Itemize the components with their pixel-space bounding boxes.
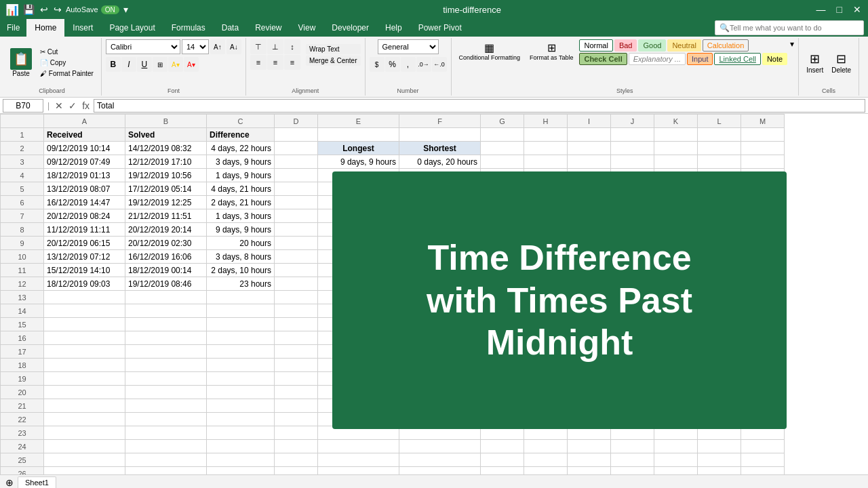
customize-qat-icon[interactable]: ▾	[122, 4, 130, 15]
cell-A20[interactable]	[44, 386, 125, 399]
cell-C6[interactable]: 2 days, 21 hours	[207, 196, 275, 209]
confirm-formula-button[interactable]: ✓	[67, 100, 78, 111]
close-icon[interactable]: ✕	[852, 4, 863, 15]
cell-A21[interactable]	[44, 399, 125, 413]
cell-D15[interactable]	[275, 318, 318, 331]
cell-B17[interactable]	[125, 345, 207, 359]
cell-D19[interactable]	[275, 372, 318, 386]
align-top-button[interactable]: ⊤	[250, 39, 267, 54]
cell-A8[interactable]: 11/12/2019 11:11	[44, 223, 125, 237]
cell-A18[interactable]	[44, 359, 125, 372]
style-bad[interactable]: Bad	[614, 39, 637, 52]
cell-A10[interactable]: 13/12/2019 07:12	[44, 250, 125, 264]
cell-E24[interactable]	[318, 440, 399, 453]
cell-C19[interactable]	[207, 372, 275, 386]
cell-J2[interactable]	[611, 142, 654, 155]
cell-B10[interactable]: 16/12/2019 16:06	[125, 250, 207, 264]
cell-D2[interactable]	[275, 142, 318, 155]
style-check-cell[interactable]: Check Cell	[579, 53, 627, 65]
cell-C24[interactable]	[207, 440, 275, 453]
cell-C10[interactable]: 3 days, 8 hours	[207, 250, 275, 264]
border-button[interactable]: ⊞	[153, 57, 167, 72]
cell-A14[interactable]	[44, 304, 125, 318]
col-header-e[interactable]: E	[318, 115, 399, 128]
cell-E1[interactable]	[318, 128, 399, 142]
cell-B22[interactable]	[125, 413, 207, 426]
bold-button[interactable]: B	[106, 57, 121, 72]
cell-G2[interactable]	[481, 142, 524, 155]
cell-A11[interactable]: 15/12/2019 14:10	[44, 264, 125, 277]
cell-L3[interactable]	[698, 155, 741, 169]
cell-D3[interactable]	[275, 155, 318, 169]
cell-B25[interactable]	[125, 453, 207, 467]
cell-C1[interactable]: Difference	[207, 128, 275, 142]
cell-C7[interactable]: 1 days, 3 hours	[207, 209, 275, 223]
cell-B8[interactable]: 20/12/2019 20:14	[125, 223, 207, 237]
format-as-table-button[interactable]: ⊞ Format as Table	[526, 39, 576, 63]
restore-icon[interactable]: □	[835, 4, 844, 15]
cell-I24[interactable]	[568, 440, 611, 453]
cell-A12[interactable]: 18/12/2019 09:03	[44, 277, 125, 291]
cell-G3[interactable]	[481, 155, 524, 169]
cell-F2[interactable]: Shortest	[399, 142, 481, 155]
tab-page-layout[interactable]: Page Layout	[101, 19, 163, 37]
cell-B5[interactable]: 17/12/2019 05:14	[125, 182, 207, 196]
cell-F25[interactable]	[399, 453, 481, 467]
cell-B7[interactable]: 21/12/2019 11:51	[125, 209, 207, 223]
col-header-i[interactable]: I	[568, 115, 611, 128]
col-header-m[interactable]: M	[741, 115, 785, 128]
cell-A1[interactable]: Received	[44, 128, 125, 142]
cell-E25[interactable]	[318, 453, 399, 467]
cell-B1[interactable]: Solved	[125, 128, 207, 142]
cell-D18[interactable]	[275, 359, 318, 372]
styles-dropdown-button[interactable]: ▾	[790, 39, 794, 49]
cell-C16[interactable]	[207, 331, 275, 345]
cell-B18[interactable]	[125, 359, 207, 372]
cell-B20[interactable]	[125, 386, 207, 399]
cell-C18[interactable]	[207, 359, 275, 372]
cell-H3[interactable]	[524, 155, 568, 169]
cell-B11[interactable]: 18/12/2019 00:14	[125, 264, 207, 277]
cell-J25[interactable]	[611, 453, 654, 467]
cell-B16[interactable]	[125, 331, 207, 345]
cell-A23[interactable]	[44, 426, 125, 440]
decrease-decimal-button[interactable]: ←.0	[432, 57, 447, 72]
cell-M25[interactable]	[741, 453, 785, 467]
delete-button[interactable]: ⊟ Delete	[828, 49, 854, 76]
tab-help[interactable]: Help	[377, 19, 410, 37]
align-middle-button[interactable]: ⊥	[267, 39, 283, 54]
comma-button[interactable]: ,	[401, 57, 416, 72]
cell-F3[interactable]: 0 days, 20 hours	[399, 155, 481, 169]
cell-C21[interactable]	[207, 399, 275, 413]
cell-D6[interactable]	[275, 196, 318, 209]
paste-button[interactable]: 📋 Paste	[7, 46, 35, 79]
cell-K2[interactable]	[654, 142, 698, 155]
tab-home[interactable]: Home	[26, 19, 64, 37]
cell-A3[interactable]: 09/12/2019 07:49	[44, 155, 125, 169]
cell-A9[interactable]: 20/12/2019 06:15	[44, 237, 125, 250]
cell-D5[interactable]	[275, 182, 318, 196]
cell-G1[interactable]	[481, 128, 524, 142]
col-header-k[interactable]: K	[654, 115, 698, 128]
col-header-j[interactable]: J	[611, 115, 654, 128]
cell-C14[interactable]	[207, 304, 275, 318]
cell-L25[interactable]	[698, 453, 741, 467]
cell-A4[interactable]: 18/12/2019 01:13	[44, 169, 125, 182]
cell-C23[interactable]	[207, 426, 275, 440]
cell-A22[interactable]	[44, 413, 125, 426]
col-header-l[interactable]: L	[698, 115, 741, 128]
save-icon[interactable]: 💾	[22, 4, 36, 15]
cell-M3[interactable]	[741, 155, 785, 169]
cell-I1[interactable]	[568, 128, 611, 142]
cell-B23[interactable]	[125, 426, 207, 440]
col-header-f[interactable]: F	[399, 115, 481, 128]
merge-center-button[interactable]: Merge & Center	[306, 56, 361, 66]
cut-button[interactable]: ✂ Cut	[37, 47, 97, 57]
cell-E2[interactable]: Longest	[318, 142, 399, 155]
cell-H25[interactable]	[524, 453, 568, 467]
tab-insert[interactable]: Insert	[64, 19, 101, 37]
cell-B21[interactable]	[125, 399, 207, 413]
conditional-formatting-button[interactable]: ▦ Conditional Formatting	[456, 39, 524, 63]
cell-I2[interactable]	[568, 142, 611, 155]
cell-D22[interactable]	[275, 413, 318, 426]
